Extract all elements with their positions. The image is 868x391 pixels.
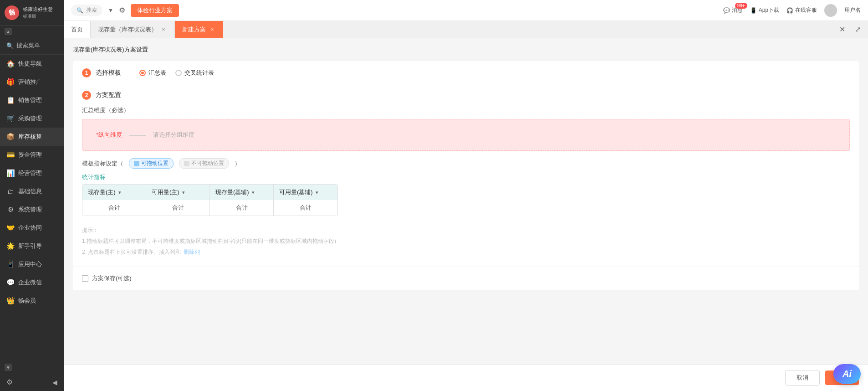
sidebar-item-marketing[interactable]: 🎁 营销推广 [0, 73, 64, 91]
settings-icon[interactable]: ⚙ [6, 378, 13, 386]
tab-inventory-close[interactable]: × [160, 26, 167, 33]
topbar-chevron[interactable]: ▼ [108, 7, 113, 14]
stats-table: 现存量(主) ▾ 可用量(主) ▾ 现存量(基辅) ▾ [82, 184, 338, 216]
sidebar-item-label: 系统管理 [18, 206, 42, 214]
app-download-group[interactable]: 📱 App下载 [750, 6, 779, 14]
sidebar-item-system[interactable]: ⚙ 系统管理 [0, 201, 64, 219]
sidebar-item-enterprise[interactable]: 🤝 企业协同 [0, 219, 64, 237]
sidebar-item-label: 销售管理 [18, 96, 42, 104]
content-area: 现存量(库存状况表)方案设置 1 选择模板 汇总表 交叉统计表 [64, 38, 868, 364]
tab-new-scheme[interactable]: 新建方案 × [175, 21, 223, 38]
scroll-down-arrow[interactable]: ▼ [5, 364, 12, 371]
sidebar-item-quick-nav[interactable]: 🏠 快捷导航 [0, 55, 64, 73]
stats-col-header-4[interactable]: 可用量(基辅) ▾ [274, 185, 337, 200]
topbar-right: 💬 消息 99+ 📱 App下载 🎧 在线客服 用户名 [723, 4, 861, 17]
radio-summary-circle [139, 70, 146, 76]
main-area: 🔍 搜索 ▼ ⚙ 体验行业方案 💬 消息 99+ 📱 App下载 🎧 在线客服 … [64, 0, 868, 391]
panel-expand-icon[interactable]: ⤢ [852, 24, 863, 36]
sidebar: 畅 畅康通好生意 标准版 ▲ 🔍 搜索菜单 🏠 快捷导航 🎁 营销推广 📋 销售… [0, 0, 64, 391]
sidebar-search-menu[interactable]: 🔍 搜索菜单 [0, 37, 64, 55]
sidebar-item-label: 库存核算 [18, 133, 42, 141]
sidebar-item-inventory[interactable]: 📦 库存核算 [0, 128, 64, 146]
tab-inventory[interactable]: 现存量（库存状况表） × [91, 21, 175, 38]
tab-new-scheme-close[interactable]: × [209, 26, 216, 33]
step1-title: 选择模板 [96, 69, 121, 77]
marketing-icon: 🎁 [6, 78, 15, 86]
scheme-settings-card: 1 选择模板 汇总表 交叉统计表 [73, 61, 859, 267]
save-checkbox[interactable] [82, 275, 88, 282]
tab-new-scheme-label: 新建方案 [182, 26, 206, 34]
radio-crosstab-label: 交叉统计表 [184, 69, 214, 77]
tip-1-text: 1.拖动标题栏可以调整布局，不可跨维度或指标区域拖动栏目字段(只能在同一维度或指… [82, 236, 336, 247]
sidebar-scroll-down-area: ▼ [0, 362, 64, 373]
capital-icon: 💳 [6, 151, 15, 159]
step1-badge: 1 [82, 68, 91, 77]
drag-icon [134, 161, 139, 166]
sidebar-item-label: 营销推广 [18, 78, 42, 86]
collapse-icon[interactable]: ◀ [52, 379, 57, 386]
search-icon: 🔍 [6, 42, 14, 49]
app-name: 畅康通好生意 [23, 6, 53, 13]
tab-home-label: 首页 [71, 26, 83, 34]
wechat-icon: 💬 [6, 278, 15, 287]
app-download-icon: 📱 [750, 7, 757, 14]
stats-col-header-3[interactable]: 现存量(基辅) ▾ [210, 185, 274, 200]
radio-summary[interactable]: 汇总表 [139, 69, 166, 77]
app-download-label: App下载 [759, 6, 779, 14]
dimension-label: 汇总维度（必选） [82, 106, 850, 114]
cancel-button[interactable]: 取消 [785, 370, 820, 386]
stats-val-3: 合计 [210, 200, 274, 216]
sidebar-footer: ⚙ ◀ [0, 373, 64, 391]
col-2-chevron: ▾ [182, 190, 185, 196]
page-title: 现存量(库存状况表)方案设置 [73, 46, 859, 54]
dim-line: —— [129, 130, 146, 140]
topbar-search[interactable]: 🔍 搜索 [71, 5, 102, 16]
username-label: 用户名 [844, 6, 861, 14]
messages-badge: 99+ [735, 3, 747, 9]
enterprise-icon: 🤝 [6, 224, 15, 232]
tip-1: 1.拖动标题栏可以调整布局，不可跨维度或指标区域拖动栏目字段(只能在同一维度或指… [82, 236, 850, 247]
metrics-setting: 模板指标设定（ 可拖动位置 不可拖动位置 ） 统计指标 [82, 158, 850, 217]
topbar-gear-icon[interactable]: ⚙ [119, 6, 125, 15]
sidebar-item-label: 新手引导 [18, 242, 42, 250]
sidebar-item-sales[interactable]: 📋 销售管理 [0, 91, 64, 109]
tab-home[interactable]: 首页 [64, 21, 91, 38]
sidebar-item-label: 资金管理 [18, 151, 42, 159]
panel-close-icon[interactable]: ✕ [836, 24, 848, 36]
radio-crosstab[interactable]: 交叉统计表 [175, 69, 214, 77]
quick-nav-icon: 🏠 [6, 60, 15, 68]
dimension-box[interactable]: *纵向维度 —— 请选择分组维度 [82, 119, 850, 151]
stats-col-1-label: 现存量(主) [88, 188, 116, 196]
stats-col-3-label: 现存量(基辅) [215, 188, 249, 196]
sidebar-item-capital[interactable]: 💳 资金管理 [0, 146, 64, 164]
sidebar-item-app-center[interactable]: 📱 应用中心 [0, 255, 64, 273]
app-version: 标准版 [23, 13, 53, 20]
sidebar-item-basic-info[interactable]: 🗂 基础信息 [0, 182, 64, 201]
sidebar-item-wechat[interactable]: 💬 企业微信 [0, 273, 64, 292]
dim-required: *纵向维度 [96, 131, 122, 139]
col-1-chevron: ▾ [118, 190, 121, 196]
stats-table-row: 合计 合计 合计 合计 [82, 200, 337, 216]
stats-col-header-1[interactable]: 现存量(主) ▾ [82, 185, 146, 200]
col-4-chevron: ▾ [316, 190, 318, 196]
tip-2-link[interactable]: 删除列 [184, 247, 200, 257]
sidebar-item-label: 快捷导航 [18, 60, 42, 68]
industry-solution-button[interactable]: 体验行业方案 [131, 4, 179, 17]
sidebar-item-member[interactable]: 👑 畅会员 [0, 292, 64, 310]
search-menu-label: 搜索菜单 [16, 41, 40, 50]
tip-2-text: 2. 点击标题栏下拉可设置排序、插入列和 [82, 247, 181, 257]
stats-col-header-2[interactable]: 可用量(主) ▾ [146, 185, 210, 200]
stats-val-4: 合计 [274, 200, 337, 216]
sidebar-item-operations[interactable]: 📊 经营管理 [0, 164, 64, 182]
messages-group[interactable]: 💬 消息 99+ [723, 6, 743, 14]
online-service-group[interactable]: 🎧 在线客服 [786, 6, 817, 14]
sidebar-scroll-up-area: ▲ [0, 26, 64, 37]
no-drag-badge: 不可拖动位置 [179, 158, 229, 169]
save-row: 方案保存(可选) [73, 267, 859, 290]
ai-badge[interactable]: Ai [833, 364, 861, 384]
sidebar-item-newbie[interactable]: 🌟 新手引导 [0, 237, 64, 255]
sidebar-item-purchase[interactable]: 🛒 采购管理 [0, 109, 64, 128]
headset-icon: 🎧 [786, 7, 793, 14]
sidebar-item-label: 企业微信 [18, 278, 42, 287]
scroll-up-arrow[interactable]: ▲ [5, 28, 12, 35]
